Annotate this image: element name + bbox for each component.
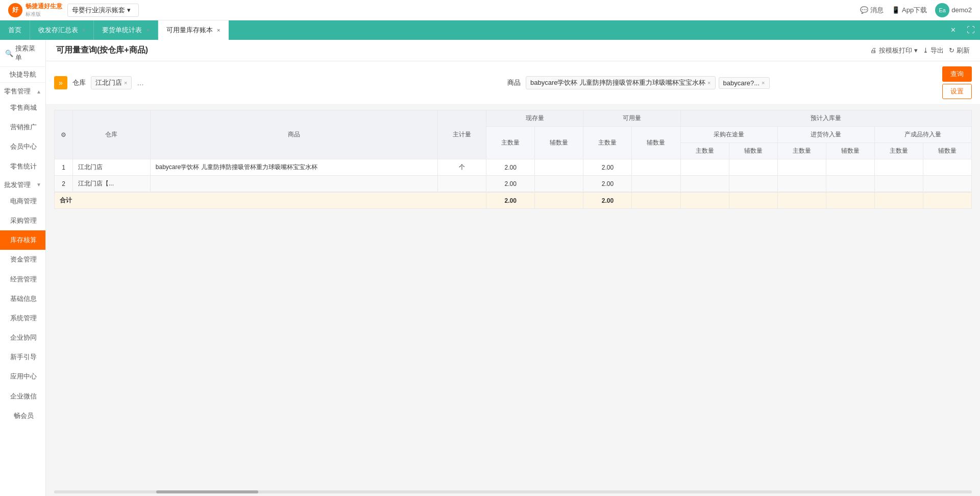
row1-production-main bbox=[874, 159, 923, 176]
tab-receipt-close[interactable]: × bbox=[82, 27, 85, 33]
col-stock-aux: 辅数量 bbox=[535, 127, 583, 159]
top-bar-left: 好 畅捷通好生意 标准版 母婴行业演示账套 ▾ bbox=[8, 2, 139, 18]
product-tag-1-close[interactable]: × bbox=[707, 80, 710, 86]
query-button[interactable]: 查询 bbox=[942, 66, 972, 82]
row2-unit bbox=[438, 176, 486, 193]
sidebar-item-ecommerce[interactable]: 电商管理 bbox=[0, 192, 45, 211]
footer-avail-main: 2.00 bbox=[583, 192, 632, 209]
product-tag-2[interactable]: babycare?... × bbox=[719, 77, 770, 89]
message-icon: 💬 bbox=[860, 6, 868, 14]
warehouse-filter-label: 仓库 bbox=[72, 78, 86, 87]
expand-button[interactable]: ⛶ bbox=[962, 26, 980, 35]
sidebar-item-wechat[interactable]: 企业微信 bbox=[0, 387, 45, 406]
sidebar-item-newguide[interactable]: 新手引导 bbox=[0, 347, 45, 367]
product-tag-2-close[interactable]: × bbox=[762, 80, 765, 86]
sidebar-search[interactable]: 🔍 搜索菜单 bbox=[0, 40, 45, 67]
row2-avail-main: 2.00 bbox=[583, 176, 632, 193]
footer-purchase-main bbox=[680, 192, 729, 209]
phone-icon: 📱 bbox=[892, 6, 900, 14]
table-container: ⚙ 仓库 商品 主计量 现存量 可用量 预计入库量 主数量 辅数量 主数量 辅数… bbox=[46, 105, 980, 488]
sidebar-item-purchase[interactable]: 采购管理 bbox=[0, 211, 45, 230]
app-logo-icon: 好 bbox=[8, 3, 22, 17]
sidebar-item-finance[interactable]: 资金管理 bbox=[0, 250, 45, 269]
setting-button[interactable]: 设置 bbox=[942, 84, 972, 99]
row1-production-aux bbox=[923, 159, 971, 176]
warehouse-tag-close[interactable]: × bbox=[124, 80, 127, 86]
sidebar-item-operation[interactable]: 经营管理 bbox=[0, 270, 45, 289]
scroll-thumb[interactable] bbox=[156, 490, 258, 493]
table-row: 2 江北门店【... 2.00 2.00 bbox=[55, 176, 972, 193]
footer-production-aux bbox=[923, 192, 971, 209]
chevron-up-icon: ▲ bbox=[36, 89, 41, 95]
tab-order-stats[interactable]: 要货单统计表 × bbox=[94, 20, 158, 40]
filter-actions: 查询 设置 bbox=[942, 66, 972, 99]
avatar: Ea bbox=[935, 3, 949, 17]
row2-avail-aux bbox=[632, 176, 680, 193]
col-product-header: 商品 bbox=[150, 110, 437, 159]
row2-production-aux bbox=[923, 176, 971, 193]
scroll-track bbox=[54, 490, 972, 493]
sidebar-quick-nav[interactable]: 快捷导航 bbox=[0, 67, 45, 83]
sidebar-item-member2[interactable]: 畅会员 bbox=[0, 406, 45, 426]
warehouse-more-dots[interactable]: ... bbox=[135, 78, 145, 87]
row2-purchase-aux bbox=[729, 176, 777, 193]
col-settings[interactable]: ⚙ bbox=[55, 110, 73, 159]
printer-icon: 🖨 bbox=[870, 46, 877, 54]
store-selector[interactable]: 母婴行业演示账套 ▾ bbox=[67, 4, 139, 17]
row1-avail-aux bbox=[632, 159, 680, 176]
template-print-button[interactable]: 🖨 按模板打印 ▾ bbox=[870, 46, 918, 55]
horizontal-scrollbar[interactable] bbox=[46, 488, 980, 496]
app-download-button[interactable]: 📱 App下载 bbox=[892, 6, 927, 15]
logo-area: 好 畅捷通好生意 标准版 bbox=[8, 2, 62, 18]
sidebar-item-base[interactable]: 基础信息 bbox=[0, 289, 45, 309]
sidebar-group-wholesale[interactable]: 批发管理 ▼ bbox=[0, 176, 45, 192]
warehouse-tag[interactable]: 江北门店 × bbox=[91, 76, 132, 89]
footer-stock-main: 2.00 bbox=[486, 192, 535, 209]
logo-text: 畅捷通好生意 标准版 bbox=[26, 2, 62, 18]
page-header-actions: 🖨 按模板打印 ▾ ⤓ 导出 ↻ 刷新 bbox=[870, 46, 970, 55]
sidebar-item-retail-mall[interactable]: 零售商城 bbox=[0, 98, 45, 117]
message-button[interactable]: 💬 消息 bbox=[860, 6, 884, 15]
page-title: 可用量查询(按仓库+商品) bbox=[56, 45, 148, 56]
export-button[interactable]: ⤓ 导出 bbox=[923, 46, 944, 55]
warehouse-tags: 江北门店 × ... bbox=[91, 76, 502, 89]
sidebar-group-retail[interactable]: 零售管理 ▲ bbox=[0, 83, 45, 98]
sidebar-item-inventory[interactable]: 库存核算 bbox=[0, 230, 45, 250]
product-filter-label: 商品 bbox=[507, 78, 521, 87]
col-production-aux: 辅数量 bbox=[923, 143, 971, 159]
chevron-down-icon: ▾ bbox=[127, 6, 131, 14]
row2-warehouse: 江北门店【... bbox=[73, 176, 151, 193]
col-avail-main: 主数量 bbox=[583, 127, 632, 159]
tab-stock-close[interactable]: × bbox=[217, 27, 220, 33]
col-stock-main: 主数量 bbox=[486, 127, 535, 159]
nav-tabs: 首页 收发存汇总表 × 要货单统计表 × 可用量库存账本 × × ⛶ bbox=[0, 20, 980, 40]
user-area[interactable]: Ea demo2 bbox=[935, 3, 972, 17]
tab-home[interactable]: 首页 bbox=[0, 20, 30, 40]
row1-stock-main: 2.00 bbox=[486, 159, 535, 176]
table-footer-row: 合计 2.00 2.00 bbox=[55, 192, 972, 209]
footer-incoming-aux bbox=[826, 192, 874, 209]
export-icon: ⤓ bbox=[923, 46, 928, 54]
col-warehouse-header: 仓库 bbox=[73, 110, 151, 159]
row1-warehouse: 江北门店 bbox=[73, 159, 151, 176]
close-all-tabs-button[interactable]: × bbox=[945, 26, 962, 35]
tab-order-close[interactable]: × bbox=[146, 27, 149, 33]
refresh-button[interactable]: ↻ 刷新 bbox=[949, 46, 970, 55]
sidebar-item-system[interactable]: 系统管理 bbox=[0, 309, 45, 328]
row2-incoming-aux bbox=[826, 176, 874, 193]
product-tag-1[interactable]: babycare学饮杯 儿童防摔防撞吸管杯重力球吸嘴杯宝宝水杯 × bbox=[526, 76, 716, 89]
tab-available-stock[interactable]: 可用量库存账本 × bbox=[158, 20, 229, 40]
sidebar-item-member[interactable]: 会员中心 bbox=[0, 137, 45, 156]
sidebar: 🔍 搜索菜单 快捷导航 零售管理 ▲ 零售商城 营销推广 会员中心 零售统计 批… bbox=[0, 40, 46, 496]
sidebar-item-enterprise[interactable]: 企业协同 bbox=[0, 328, 45, 347]
filter-toggle-button[interactable]: » bbox=[54, 76, 67, 89]
content-area: 可用量查询(按仓库+商品) 🖨 按模板打印 ▾ ⤓ 导出 ↻ 刷新 » bbox=[46, 40, 980, 496]
sidebar-item-appcenter[interactable]: 应用中心 bbox=[0, 367, 45, 386]
sidebar-item-marketing[interactable]: 营销推广 bbox=[0, 117, 45, 137]
row2-stock-main: 2.00 bbox=[486, 176, 535, 193]
sidebar-item-retail-stats[interactable]: 零售统计 bbox=[0, 157, 45, 176]
top-bar-right: 💬 消息 📱 App下载 Ea demo2 bbox=[860, 3, 972, 17]
tab-receipt-summary[interactable]: 收发存汇总表 × bbox=[30, 20, 94, 40]
row2-product bbox=[150, 176, 437, 193]
chevron-down-icon: ▼ bbox=[36, 182, 41, 187]
